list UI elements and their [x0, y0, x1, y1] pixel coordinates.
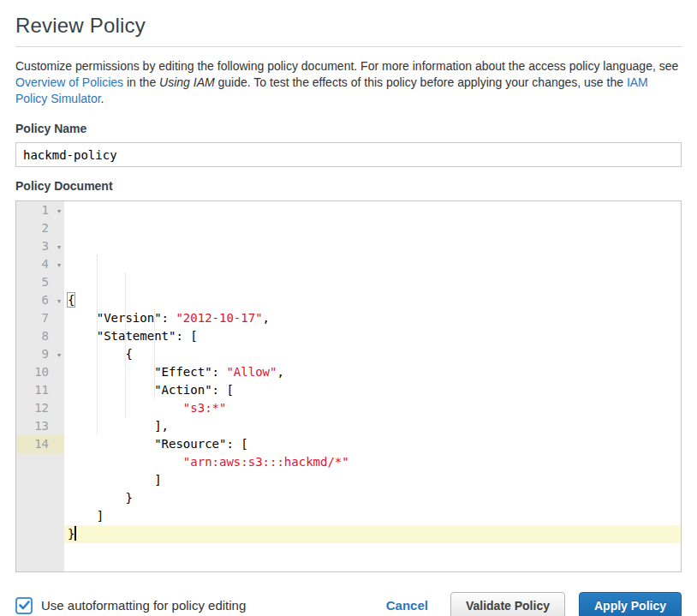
- fold-toggle-icon[interactable]: ▾: [57, 292, 61, 310]
- gutter-line-number: 14: [16, 435, 64, 453]
- code-line: "arn:aws:s3:::hackmd/*": [68, 453, 681, 471]
- code-line: "Action": [: [68, 381, 681, 399]
- editor-gutter: 1▾23▾4▾56▾789▾1011121314: [16, 201, 64, 571]
- code-line: "Version": "2012-10-17",: [68, 309, 681, 327]
- code-token: }: [68, 527, 74, 541]
- code-token: "Version":: [68, 311, 176, 325]
- action-buttons: Cancel Validate Policy Apply Policy: [386, 592, 682, 616]
- code-token: "Action": [: [68, 383, 234, 397]
- code-token: ,: [263, 311, 270, 325]
- footer-bar: Use autoformatting for policy editing Ca…: [15, 592, 682, 616]
- fold-toggle-icon[interactable]: ▾: [57, 238, 61, 256]
- code-token: "Resource": [: [68, 437, 248, 451]
- fold-toggle-icon[interactable]: ▾: [57, 202, 61, 220]
- code-token: {: [67, 292, 75, 308]
- intro-paragraph: Customize permissions by editing the fol…: [15, 58, 682, 107]
- code-token: ]: [68, 473, 162, 487]
- code-line: ]: [68, 471, 681, 489]
- editor-code[interactable]: { "Version": "2012-10-17", "Statement": …: [64, 201, 681, 571]
- code-line: "Effect": "Allow",: [68, 363, 681, 381]
- policy-name-input[interactable]: [15, 142, 682, 167]
- checkmark-icon: [19, 601, 30, 610]
- intro-text: in the: [123, 75, 159, 89]
- code-token: "Effect":: [68, 365, 226, 379]
- code-line: }: [68, 489, 681, 507]
- intro-text: guide. To test the effects of this polic…: [215, 75, 627, 89]
- gutter-line-number: 6▾: [16, 291, 64, 309]
- code-string-token: "s3:*": [183, 401, 227, 415]
- code-token: [68, 455, 183, 469]
- gutter-line-number: 3▾: [16, 237, 64, 255]
- gutter-line-number: 12: [16, 399, 64, 417]
- code-string-token: "2012-10-17": [176, 311, 262, 325]
- gutter-line-number: 8: [16, 327, 64, 345]
- code-string-token: "arn:aws:s3:::hackmd/*": [183, 455, 349, 469]
- code-line: "Statement": [: [68, 327, 681, 345]
- policy-name-label: Policy Name: [15, 122, 682, 135]
- autoformat-checkbox[interactable]: [15, 597, 33, 614]
- autoformat-label: Use autoformatting for policy editing: [41, 598, 246, 613]
- intro-text: Customize permissions by editing the fol…: [15, 59, 678, 73]
- gutter-line-number: 9▾: [16, 345, 64, 363]
- validate-policy-button[interactable]: Validate Policy: [450, 592, 565, 616]
- code-token: ,: [277, 365, 283, 379]
- using-iam-guide-name: Using IAM: [159, 75, 215, 89]
- code-token: "Statement": [: [68, 329, 198, 343]
- fold-toggle-icon[interactable]: ▾: [57, 346, 61, 364]
- overview-of-policies-link[interactable]: Overview of Policies: [15, 75, 123, 89]
- cancel-button[interactable]: Cancel: [386, 598, 428, 613]
- code-line: {: [68, 345, 681, 363]
- apply-policy-button[interactable]: Apply Policy: [579, 592, 682, 616]
- code-line: ]: [68, 507, 681, 525]
- code-token: [68, 401, 183, 415]
- code-line: ],: [68, 417, 681, 435]
- code-string-token: "Allow": [226, 365, 277, 379]
- code-token: }: [68, 491, 133, 505]
- code-token: ]: [68, 509, 104, 523]
- code-line: }: [64, 525, 681, 543]
- gutter-line-number: 4▾: [16, 255, 64, 273]
- text-cursor: [74, 526, 76, 541]
- gutter-line-number: 1▾: [16, 201, 64, 219]
- policy-document-label: Policy Document: [15, 179, 682, 193]
- title-divider: [15, 46, 682, 47]
- review-policy-page: Review Policy Customize permissions by e…: [0, 14, 697, 616]
- gutter-line-number: 5: [16, 273, 64, 291]
- policy-document-editor[interactable]: 1▾23▾4▾56▾789▾1011121314 { "Version": "2…: [15, 200, 682, 572]
- intro-text: .: [101, 92, 104, 105]
- gutter-line-number: 11: [16, 381, 64, 399]
- code-token: {: [68, 347, 133, 361]
- gutter-line-number: 7: [16, 309, 64, 327]
- code-line: "Resource": [: [68, 435, 681, 453]
- page-title: Review Policy: [15, 14, 682, 38]
- code-token: ],: [68, 419, 169, 433]
- gutter-line-number: 2: [16, 219, 64, 237]
- fold-toggle-icon[interactable]: ▾: [57, 256, 61, 274]
- code-line: "s3:*": [68, 399, 681, 417]
- code-line: {: [68, 291, 681, 309]
- gutter-line-number: 13: [16, 417, 64, 435]
- autoformat-option[interactable]: Use autoformatting for policy editing: [15, 597, 246, 614]
- gutter-line-number: 10: [16, 363, 64, 381]
